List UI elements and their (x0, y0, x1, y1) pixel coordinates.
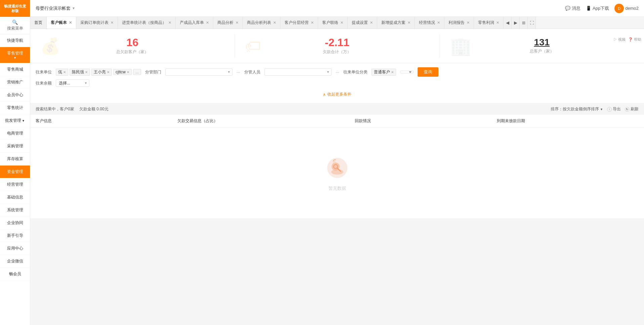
dept-input[interactable] (165, 68, 232, 76)
unit-tags: 佤 ✕ 陈民强 ✕ 王小亮 ✕ cjttcw ✕ (56, 69, 141, 76)
sidebar-item-member-center[interactable]: 会员中心 (0, 89, 30, 102)
stat-total-customers: ▷ 视频 ❓ 帮助 🏢 131 总客户（家） (440, 34, 644, 58)
stat-overdue-customers: 💰 16 总欠款客户（家） (30, 34, 235, 58)
user-name: demo2 (625, 6, 639, 11)
sidebar-item-retail-stats[interactable]: 零售统计 (0, 102, 30, 114)
tab-product-storage[interactable]: 产成品入库单 ✕ (176, 17, 213, 29)
tab-close-icon[interactable]: ✕ (437, 21, 440, 25)
tab-close-icon[interactable]: ✕ (467, 21, 470, 25)
tab-close-icon[interactable]: ✕ (168, 21, 171, 25)
message-button[interactable]: 💬 消息 (565, 5, 581, 11)
col-header-debt: 欠款交易信息（占比） (177, 118, 355, 124)
sidebar-item-inventory[interactable]: 库存核算 (0, 153, 30, 166)
unit-class-label: 往来单位分类 (343, 69, 368, 75)
refresh-button[interactable]: ↻ 刷新 (625, 106, 639, 112)
balance-filter-label: 往来余额 (36, 80, 52, 86)
tab-close-icon[interactable]: ✕ (69, 21, 72, 25)
tab-incoming-goods[interactable]: 进货单统计表（按商品） ✕ (118, 17, 176, 29)
export-button[interactable]: ↑ 导出 (607, 106, 621, 112)
stat-number-1: 16 (126, 37, 138, 48)
app-download-icon: 📱 (586, 6, 591, 11)
tab-close-icon[interactable]: ✕ (340, 21, 343, 25)
company-selector[interactable]: 母婴行业演示帐套 ▼ (36, 5, 75, 11)
app-download-button[interactable]: 📱 App下载 (586, 5, 609, 11)
tab-prev-button[interactable]: ◀ (504, 17, 512, 29)
tab-close-icon[interactable]: ✕ (311, 21, 314, 25)
sidebar-item-enterprise-collab[interactable]: 企业协同 (0, 217, 30, 229)
sidebar-item-system[interactable]: 系统管理 (0, 204, 30, 217)
tab-close-icon[interactable]: ✕ (407, 21, 411, 25)
filter-tag-more[interactable]: ... (133, 69, 141, 75)
stat-number-3[interactable]: 131 (534, 38, 550, 47)
tab-fullscreen-button[interactable]: ⛶ (528, 17, 536, 29)
tab-commission-settings[interactable]: 提成设置 ✕ (348, 17, 377, 29)
home-tab-label: 首页 (34, 20, 42, 26)
results-amount: 欠款金额 0.00元 (79, 107, 109, 111)
sidebar-item-retail[interactable]: 零售管理 ▼ (0, 47, 30, 63)
person-dots[interactable]: ··· (336, 70, 339, 75)
tab-expand-button[interactable]: ⊞ (520, 17, 528, 29)
tab-new-commission[interactable]: 新增提成方案 ✕ (377, 17, 415, 29)
sidebar-item-app-center[interactable]: 应用中心 (0, 242, 30, 255)
tab-close-icon[interactable]: ✕ (273, 21, 276, 25)
tab-customer-contact[interactable]: 客户联络 ✕ (318, 17, 348, 29)
tab-close-icon[interactable]: ✕ (496, 21, 499, 25)
tag-close-wa[interactable]: ✕ (63, 70, 66, 74)
collapse-button[interactable]: ∧ 收起更多条件 (36, 89, 639, 99)
tab-next-button[interactable]: ▶ (512, 17, 520, 29)
tab-close-icon[interactable]: ✕ (111, 21, 114, 25)
query-button[interactable]: 查询 (418, 67, 438, 77)
tab-purchase-order[interactable]: 采购订单统计表 ✕ (76, 17, 118, 29)
sort-button[interactable]: 排序：按欠款金额倒序排序 ▼ (551, 106, 603, 112)
sidebar-item-basic-info[interactable]: 基础信息 (0, 191, 30, 204)
sidebar-item-wholesale[interactable]: 批发管理 ▼ (0, 114, 30, 127)
filter-tag-chen: 陈民强 ✕ (70, 69, 90, 76)
person-select-wrapper (264, 68, 332, 76)
filter-tag-cjttcw: cjttcw ✕ (113, 69, 132, 75)
refresh-label: 刷新 (631, 106, 639, 112)
sidebar-item-finance[interactable]: 资金管理 (0, 166, 30, 178)
sidebar-item-marketing[interactable]: 营销推广 (0, 76, 30, 89)
stat-help: ▷ 视频 ❓ 帮助 (613, 37, 641, 42)
sidebar-item-enterprise-wechat[interactable]: 企业微信 (0, 255, 30, 268)
person-input[interactable] (264, 68, 332, 76)
empty-icon (324, 154, 351, 181)
user-profile[interactable]: D demo2 (614, 4, 639, 13)
unit-class-select-wrapper[interactable]: ▼ (400, 71, 414, 73)
sidebar-item-search[interactable]: 🔍 搜索菜单 (0, 17, 30, 34)
tab-business-status[interactable]: 经营情况 ✕ (415, 17, 444, 29)
sidebar-item-retail-mall[interactable]: 零售商城 (0, 63, 30, 76)
sidebar-item-operations[interactable]: 经营管理 (0, 178, 30, 191)
tag-close-chen[interactable]: ✕ (85, 70, 88, 74)
tab-product-analysis-list[interactable]: 商品分析列表 ✕ (243, 17, 281, 29)
balance-select[interactable]: 选择... (56, 79, 89, 87)
stat-label-2: 欠款合计（万） (323, 49, 351, 55)
export-icon: ↑ (607, 107, 612, 112)
content-area: 💰 16 总欠款客户（家） 🏷 -2.11 欠款合计（万） ▷ 视频 ❓ 帮助 … (30, 29, 644, 325)
dept-dots[interactable]: ··· (237, 70, 240, 75)
video-help-btn[interactable]: ▷ 视频 (613, 37, 626, 42)
refresh-icon: ↻ (625, 107, 630, 112)
sidebar-item-quick-nav[interactable]: 快捷导航 (0, 34, 30, 47)
sidebar-logo-text: 畅捷通好生意 标版 (4, 4, 26, 13)
sidebar-item-purchase[interactable]: 采购管理 (0, 140, 30, 153)
tab-close-icon[interactable]: ✕ (206, 21, 209, 25)
tag-close-cjttcw[interactable]: ✕ (127, 70, 129, 74)
tab-home[interactable]: 首页 (30, 17, 47, 29)
tag-close-normal-customer[interactable]: ✕ (391, 70, 394, 74)
results-summary: 搜索结果中，客户0家 欠款金额 0.00元 (36, 106, 109, 112)
filter-row-1: 往来单位 佤 ✕ 陈民强 ✕ 王小亮 ✕ cjttcw (36, 67, 639, 77)
customer-ledger-label: 客户账本 (51, 20, 67, 26)
tab-customer-segment[interactable]: 客户分层经营 ✕ (281, 17, 318, 29)
sidebar-item-chang-member[interactable]: 畅会员 (0, 268, 30, 281)
tab-close-icon[interactable]: ✕ (235, 21, 239, 25)
tab-retail-profit[interactable]: 零售利润 ✕ (474, 17, 504, 29)
tab-product-analysis[interactable]: 商品分析 ✕ (213, 17, 243, 29)
sidebar-item-new-guide[interactable]: 新手引导 (0, 229, 30, 242)
sidebar-item-ecommerce[interactable]: 电商管理 (0, 127, 30, 140)
tab-close-icon[interactable]: ✕ (370, 21, 373, 25)
help-btn[interactable]: ❓ 帮助 (628, 37, 641, 42)
tab-customer-ledger[interactable]: 客户账本 ✕ (47, 17, 76, 29)
tag-close-wang[interactable]: ✕ (107, 70, 110, 74)
tab-profit-report[interactable]: 利润报告 ✕ (444, 17, 474, 29)
